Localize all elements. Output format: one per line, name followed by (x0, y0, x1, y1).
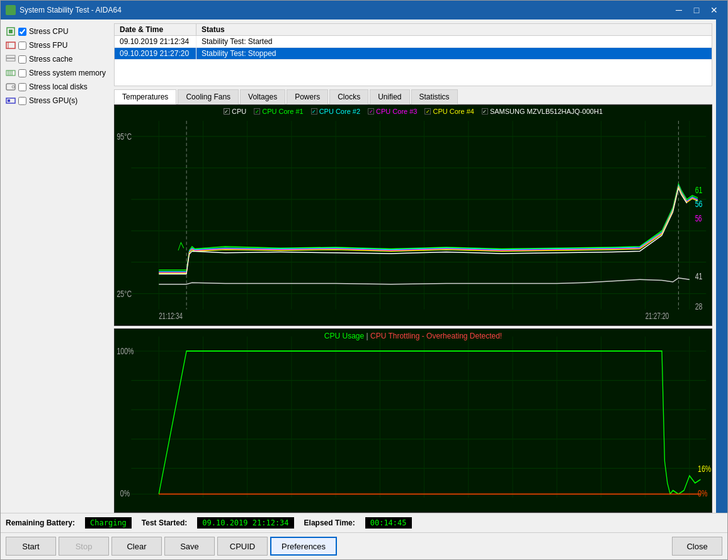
svg-rect-4 (6, 55, 15, 58)
log-status-2: Stability Test: Stopped (196, 48, 712, 59)
cpu-usage-title: CPU Usage (324, 332, 364, 340)
stress-gpu-checkbox[interactable] (18, 97, 26, 105)
close-button[interactable]: Close (672, 537, 722, 556)
svg-rect-13 (8, 99, 10, 102)
stress-cache-item: Stress cache (3, 52, 111, 66)
minimize-button[interactable]: ─ (671, 4, 687, 16)
charts-area: ✓ CPU ✓ CPU Core #1 ✓ CPU Core #2 ✓ (114, 104, 712, 513)
svg-rect-45 (115, 329, 712, 512)
memory-icon (6, 68, 16, 78)
fpu-icon (6, 40, 16, 50)
log-row-1[interactable]: 09.10.2019 21:12:34 Stability Test: Star… (115, 36, 712, 48)
stress-cpu-label[interactable]: Stress CPU (29, 27, 69, 36)
usage-chart-label: CPU Usage | CPU Throttling - Overheating… (115, 332, 712, 340)
stress-fpu-label[interactable]: Stress FPU (29, 41, 67, 50)
svg-text:0%: 0% (698, 488, 707, 498)
elapsed-label: Elapsed Time: (304, 518, 355, 527)
svg-text:56: 56 (695, 198, 703, 209)
stress-memory-checkbox[interactable] (18, 69, 26, 77)
close-window-button[interactable]: ✕ (706, 4, 722, 16)
svg-text:21:12:34: 21:12:34 (159, 311, 183, 321)
svg-text:56: 56 (695, 213, 702, 223)
col-status-header: Status (196, 24, 712, 35)
legend-samsung: ✓ SAMSUNG MZVLB512HAJQ-000H1 (482, 108, 603, 115)
log-table: Date & Time Status 09.10.2019 21:12:34 S… (114, 23, 712, 86)
temp-chart-svg: 95°C 25°C 21:12:34 21:27:20 (115, 105, 712, 325)
legend-core2-check: ✓ (311, 108, 317, 115)
stress-fpu-checkbox[interactable] (18, 42, 26, 50)
stress-cache-checkbox[interactable] (18, 55, 26, 64)
cache-icon (6, 54, 16, 64)
legend-core2-label: CPU Core #2 (319, 108, 360, 115)
tab-voltages[interactable]: Voltages (240, 89, 285, 104)
bottom-buttons: Start Stop Clear Save CPUID Preferences … (1, 532, 727, 559)
stress-memory-label[interactable]: Stress system memory (29, 69, 106, 77)
chart-legend: ✓ CPU ✓ CPU Core #1 ✓ CPU Core #2 ✓ (115, 108, 712, 115)
cpuid-button[interactable]: CPUID (217, 537, 268, 556)
stress-cache-label[interactable]: Stress cache (29, 55, 72, 64)
legend-cpu-label: CPU (232, 108, 246, 115)
stress-gpu-item: Stress GPU(s) (3, 94, 111, 108)
side-blue-bar (716, 20, 727, 513)
gpu-icon (6, 96, 16, 106)
battery-label: Remaining Battery: (6, 518, 75, 527)
save-button[interactable]: Save (164, 537, 215, 556)
svg-rect-10 (6, 84, 15, 90)
legend-core4-label: CPU Core #4 (433, 108, 474, 115)
legend-samsung-check: ✓ (482, 108, 488, 115)
preferences-button[interactable]: Preferences (270, 537, 337, 556)
stress-cpu-checkbox[interactable] (18, 28, 26, 36)
stress-local-checkbox[interactable] (18, 83, 26, 91)
svg-rect-2 (6, 42, 15, 48)
legend-core3-check: ✓ (368, 108, 374, 115)
legend-samsung-label: SAMSUNG MZVLB512HAJQ-000H1 (490, 108, 603, 115)
app-icon (6, 5, 16, 15)
legend-core2: ✓ CPU Core #2 (311, 108, 360, 115)
tab-unified[interactable]: Unified (370, 89, 409, 104)
legend-core4: ✓ CPU Core #4 (424, 108, 474, 115)
svg-point-11 (12, 86, 14, 88)
stress-local-item: Stress local disks (3, 80, 111, 94)
tab-powers[interactable]: Powers (287, 89, 328, 104)
log-row-2[interactable]: 09.10.2019 21:27:20 Stability Test: Stop… (115, 48, 712, 60)
log-date-1: 09.10.2019 21:12:34 (115, 36, 196, 47)
bottom-info-bar: Remaining Battery: Charging Test Started… (1, 513, 727, 532)
tab-clocks[interactable]: Clocks (329, 89, 368, 104)
maximize-button[interactable]: □ (688, 4, 705, 16)
stop-button[interactable]: Stop (59, 537, 109, 556)
tab-cooling-fans[interactable]: Cooling Fans (178, 89, 239, 104)
stress-local-label[interactable]: Stress local disks (29, 82, 88, 91)
stress-memory-item: Stress system memory (3, 66, 111, 80)
svg-text:28: 28 (695, 301, 703, 311)
svg-rect-14 (115, 105, 712, 325)
log-table-header: Date & Time Status (115, 24, 712, 36)
svg-text:95°C: 95°C (117, 131, 132, 142)
svg-text:0%: 0% (120, 488, 130, 498)
svg-text:41: 41 (695, 271, 703, 281)
legend-core1: ✓ CPU Core #1 (254, 108, 303, 115)
window-title: System Stability Test - AIDA64 (20, 6, 122, 14)
clear-button[interactable]: Clear (111, 537, 162, 556)
legend-core1-label: CPU Core #1 (262, 108, 303, 115)
legend-core3: ✓ CPU Core #3 (368, 108, 417, 115)
test-started-value: 09.10.2019 21:12:34 (197, 517, 293, 529)
stress-fpu-item: Stress FPU (3, 38, 111, 52)
elapsed-value: 00:14:45 (365, 517, 412, 529)
svg-text:16%: 16% (698, 464, 711, 474)
start-button[interactable]: Start (6, 537, 56, 556)
stress-gpu-label[interactable]: Stress GPU(s) (29, 96, 77, 105)
cpu-icon (6, 26, 16, 36)
tab-statistics[interactable]: Statistics (411, 89, 458, 104)
stress-cpu-item: Stress CPU (3, 25, 111, 38)
tab-temperatures[interactable]: Temperatures (114, 89, 176, 104)
temperature-chart: ✓ CPU ✓ CPU Core #1 ✓ CPU Core #2 ✓ (114, 104, 712, 326)
log-date-2: 09.10.2019 21:27:20 (115, 48, 196, 59)
legend-cpu: ✓ CPU (224, 108, 246, 115)
log-status-1: Stability Test: Started (196, 36, 712, 47)
title-bar: System Stability Test - AIDA64 ─ □ ✕ (1, 1, 727, 20)
svg-text:100%: 100% (117, 346, 134, 356)
svg-rect-5 (6, 59, 15, 61)
svg-rect-1 (9, 30, 13, 33)
left-panel: Stress CPU Stress FPU Stress cache Stres… (1, 20, 114, 513)
svg-text:61: 61 (695, 184, 703, 195)
